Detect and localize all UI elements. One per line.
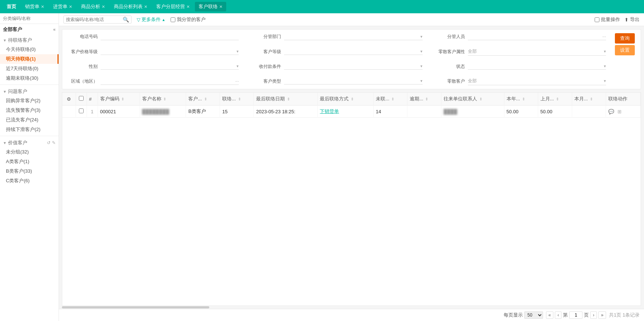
col-last-month[interactable]: 上月... ⇕ <box>538 93 572 106</box>
page-size-control: 每页显示 50 100 200 <box>504 311 543 319</box>
person-more-icon[interactable]: ··· <box>602 34 606 39</box>
nav-home[interactable]: 首页 <box>3 2 20 11</box>
total-record: 共1页 1条记录 <box>609 312 640 318</box>
sidebar-search-input[interactable] <box>3 16 58 21</box>
next-page-btn[interactable]: › <box>590 311 597 319</box>
row-last-method[interactable]: 下销货单 <box>318 106 374 118</box>
phone-input[interactable] <box>101 33 239 40</box>
sidebar-item-7days[interactable]: 近7天待联络(0) <box>0 64 59 73</box>
sidebar-group-value[interactable]: ▼ 价值客户 ↺ ✎ <box>0 138 59 147</box>
value-edit-icon[interactable]: ✎ <box>52 140 56 145</box>
sidebar-item-tomorrow[interactable]: 明天待联络(1) <box>0 54 59 64</box>
row-this-year: 50.00 <box>504 106 538 118</box>
more-filter-btn[interactable]: ▽ 更多条件 ▲ <box>134 15 168 24</box>
nav-sales-close-icon[interactable]: ✕ <box>41 4 44 9</box>
price-level-select[interactable]: ▾ <box>101 48 239 55</box>
nav-purchase-close-icon[interactable]: ✕ <box>69 4 72 9</box>
nav-customer-contact[interactable]: 客户联络 ✕ <box>195 2 226 11</box>
row-checkbox[interactable] <box>79 108 84 113</box>
scroll-thumb[interactable] <box>62 306 209 308</box>
row-last-month: 50.00 <box>538 106 572 118</box>
main-content: 🔍 ▽ 更多条件 ▲ 我分管的客户 批量操作 ⬆ 导出 <box>59 13 644 321</box>
problem-arrow-icon: ▼ <box>3 90 7 94</box>
set-button[interactable]: 设置 <box>615 45 635 55</box>
phone-label: 电话号码 <box>68 34 98 40</box>
col-settings[interactable]: ⚙ <box>62 93 76 106</box>
my-customers-check[interactable] <box>171 17 175 22</box>
export-btn[interactable]: ⬆ 导出 <box>624 16 640 23</box>
col-type[interactable]: 客户... ⇕ <box>186 93 220 106</box>
sidebar-item-class-a[interactable]: A类客户(1) <box>0 157 59 166</box>
dept-select[interactable]: ▾ <box>284 34 422 40</box>
pending-arrow-icon: ▼ <box>3 38 7 42</box>
col-code[interactable]: 客户编码 ⇕ <box>98 93 140 106</box>
nav-product-analysis-list[interactable]: 商品分析列表 ✕ <box>110 2 151 11</box>
col-checkbox[interactable] <box>76 93 87 106</box>
col-company-contact[interactable]: 往来单位联系人 ⇕ <box>441 93 504 106</box>
row-action-chat-icon[interactable]: 💬 <box>608 109 614 114</box>
sidebar-item-class-c[interactable]: C类客户(6) <box>0 176 59 186</box>
first-page-btn[interactable]: « <box>546 311 554 319</box>
nav-customer-layered-close-icon[interactable]: ✕ <box>186 4 190 9</box>
row-last-date: 2023-05-23 18:25: <box>254 106 318 118</box>
col-last-method[interactable]: 最后联络方式 ⇕ <box>318 93 374 106</box>
page-input[interactable] <box>569 311 582 319</box>
sidebar-item-today[interactable]: 今天待联络(0) <box>0 45 59 54</box>
search-input[interactable] <box>66 17 121 22</box>
col-contact-count[interactable]: 联络... ⇕ <box>220 93 254 106</box>
row-name: ████████ <box>140 106 186 118</box>
nav-purchase-order[interactable]: 进货单 ✕ <box>49 2 76 11</box>
settings-icon[interactable]: ⚙ <box>67 96 71 102</box>
sidebar-item-churn-warning[interactable]: 流失预警客户(3) <box>0 106 59 115</box>
select-all-checkbox[interactable] <box>79 96 84 101</box>
col-overdue[interactable]: 逾期... ⇕ <box>407 93 441 106</box>
my-customers-checkbox[interactable]: 我分管的客户 <box>171 16 206 23</box>
last-page-btn[interactable]: » <box>598 311 606 319</box>
sidebar-item-repurchase-abnormal[interactable]: 回购异常客户(2) <box>0 96 59 106</box>
person-label: 分管人员 <box>435 34 465 40</box>
nav-sales-order[interactable]: 销货单 ✕ <box>21 2 48 11</box>
nav-product-list-close-icon[interactable]: ✕ <box>144 4 147 9</box>
toolbar-right: 批量操作 ⬆ 导出 <box>595 16 640 23</box>
region-more-icon[interactable]: ··· <box>235 79 239 84</box>
sidebar-item-declining[interactable]: 持续下滑客户(2) <box>0 125 59 134</box>
batch-checkbox[interactable] <box>595 17 599 22</box>
payment-select[interactable]: ▾ <box>284 63 422 70</box>
col-last-date[interactable]: 最后联络日期 ⇕ <box>254 93 318 106</box>
row-overdue <box>407 106 441 118</box>
retail-attr-select[interactable]: 全部 ▾ <box>468 48 606 56</box>
dept-label: 分管部门 <box>252 34 281 40</box>
sidebar-item-churned[interactable]: 已流失客户(24) <box>0 115 59 125</box>
retail-customer-select[interactable]: 全部 ▾ <box>468 77 606 85</box>
col-this-year[interactable]: 本年... ⇕ <box>504 93 538 106</box>
row-settings-cell <box>62 106 76 118</box>
sidebar-item-overdue[interactable]: 逾期未联络(30) <box>0 73 59 83</box>
col-not-contacted[interactable]: 未联... ⇕ <box>373 93 407 106</box>
search-icon[interactable]: 🔍 <box>123 17 129 23</box>
horizontal-scrollbar[interactable] <box>62 306 641 309</box>
query-button[interactable]: 查询 <box>615 33 635 44</box>
col-this-month[interactable]: 本月... ⇕ <box>572 93 606 106</box>
sidebar-group-pending[interactable]: ▼ 待联络客户 <box>0 35 59 45</box>
col-name[interactable]: 客户名称 ⇕ <box>140 93 186 106</box>
nav-product-analysis[interactable]: 商品分析 ✕ <box>77 2 109 11</box>
sidebar-item-class-b[interactable]: B类客户(33) <box>0 166 59 176</box>
sidebar-search-bar: 🔍 <box>0 13 59 24</box>
sidebar-all-customers[interactable]: 全部客户 « <box>0 24 59 35</box>
nav-customer-layered[interactable]: 客户分层经营 ✕ <box>153 2 193 11</box>
row-action-grid-icon[interactable]: ⊞ <box>617 109 622 114</box>
batch-op-btn[interactable]: 批量操作 <box>595 16 620 23</box>
sidebar-group-problem[interactable]: ▼ 问题客户 <box>0 86 59 96</box>
customer-type-select[interactable]: ▾ <box>284 78 422 84</box>
row-checkbox-cell[interactable] <box>76 106 87 118</box>
status-select[interactable]: ▾ <box>468 63 606 70</box>
nav-product-analysis-close-icon[interactable]: ✕ <box>102 4 105 9</box>
page-size-select[interactable]: 50 100 200 <box>524 311 543 319</box>
export-icon: ⬆ <box>624 17 629 23</box>
value-refresh-icon[interactable]: ↺ <box>47 140 50 145</box>
gender-select[interactable]: ▾ <box>101 63 239 70</box>
nav-customer-contact-close-icon[interactable]: ✕ <box>219 4 223 9</box>
prev-page-btn[interactable]: ‹ <box>555 311 561 319</box>
sidebar-item-ungrouped[interactable]: 未分组(32) <box>0 147 59 157</box>
customer-level-select[interactable]: ▾ <box>284 48 422 55</box>
